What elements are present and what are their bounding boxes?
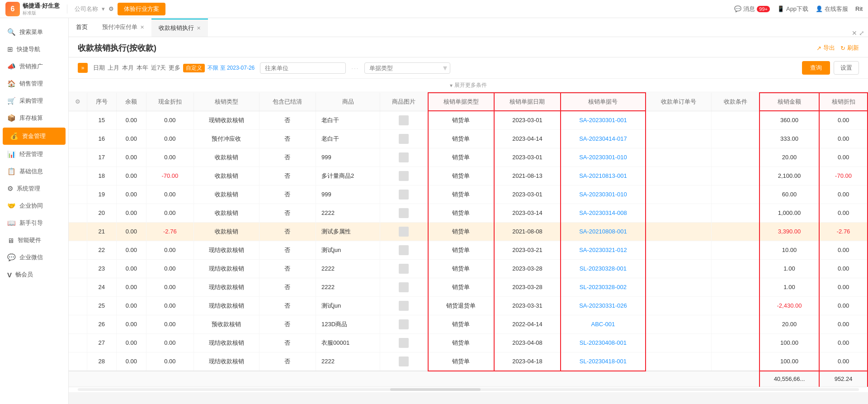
tab-close-icon[interactable]: ✕ <box>852 29 857 37</box>
cell-cash-discount: 0.00 <box>146 111 193 129</box>
cell-settings <box>69 278 87 296</box>
gear-icon[interactable]: ⚙ <box>108 5 114 12</box>
sidebar-item-operations[interactable]: 📊 经营管理 <box>0 146 68 163</box>
cell-receipt-condition <box>712 222 760 241</box>
filter-expand-arrow[interactable]: » <box>78 63 88 73</box>
sidebar-item-hardware[interactable]: 🖥 智能硬件 <box>0 232 68 249</box>
tab-close-collection[interactable]: ✕ <box>197 25 201 31</box>
sidebar-item-marketing[interactable]: 📣 营销推广 <box>0 58 68 75</box>
expand-more-bar[interactable]: ▾ 展开更多条件 <box>69 79 868 92</box>
settings-btn[interactable]: 设置 <box>834 61 859 75</box>
tab-close-prepay[interactable]: ✕ <box>140 24 144 30</box>
last-month-link[interactable]: 上月 <box>108 64 119 72</box>
company-name: 公司名称 <box>75 5 98 13</box>
cell-cancel-bill-no[interactable]: ABC-001 <box>561 315 646 333</box>
cell-settings <box>69 333 87 352</box>
box-icon: 📦 <box>7 114 16 122</box>
cell-cancel-bill-no[interactable]: SA-20210808-001 <box>561 222 646 241</box>
monitor-icon: 🖥 <box>7 237 14 244</box>
query-btn[interactable]: 查询 <box>802 61 830 75</box>
col-cancel-bill-date: 核销单据日期 <box>494 93 560 111</box>
sidebar-item-purchase[interactable]: 🛒 采购管理 <box>0 92 68 109</box>
dropdown-arrow-icon[interactable]: ▾ <box>102 5 105 12</box>
custom-btn[interactable]: 自定义 <box>183 64 205 72</box>
cell-cancel-bill-no[interactable]: SA-20210813-001 <box>561 166 646 185</box>
this-month-link[interactable]: 本月 <box>122 64 134 72</box>
cell-receipt-order-no <box>646 352 712 371</box>
sidebar-item-quick[interactable]: ⊞ 快捷导航 <box>0 41 68 58</box>
cell-receipt-order-no <box>646 259 712 278</box>
table-row: 16 0.00 0.00 预付冲应收 否 老白干 销货单 2023-04-14 … <box>69 129 868 148</box>
cell-include-settled: 否 <box>259 241 316 259</box>
cell-no: 21 <box>87 222 117 241</box>
cell-receipt-condition <box>712 129 760 148</box>
cell-cancel-type: 现结收款核销 <box>193 241 259 259</box>
sidebar-item-member[interactable]: V 畅会员 <box>0 266 68 283</box>
cell-cancel-bill-type: 销货单 <box>428 278 494 296</box>
refresh-icon: ↻ <box>840 45 845 52</box>
app-download[interactable]: 📱 App下载 <box>777 5 808 13</box>
cell-product-image <box>380 315 428 333</box>
tab-expand-icon[interactable]: ⤢ <box>859 29 864 37</box>
more-link[interactable]: 更多 <box>169 64 180 72</box>
cell-cancel-bill-no[interactable]: SA-20230321-012 <box>561 241 646 259</box>
cell-receipt-order-no <box>646 166 712 185</box>
cell-cancel-bill-no[interactable]: SL-20230408-001 <box>561 333 646 352</box>
partner-more-icon[interactable]: ··· <box>351 65 359 71</box>
sidebar-item-search[interactable]: 🔍 搜索菜单 <box>0 24 68 41</box>
cell-cancel-bill-no[interactable]: SA-20230301-001 <box>561 111 646 129</box>
cell-balance: 0.00 <box>117 315 146 333</box>
cell-cash-discount: 0.00 <box>146 129 193 148</box>
partner-input[interactable] <box>260 62 346 74</box>
tab-prepay[interactable]: 预付冲应付单 ✕ <box>95 19 151 37</box>
cell-receipt-condition <box>712 241 760 259</box>
message-icon[interactable]: 💬 消息 99+ <box>734 5 770 13</box>
sidebar-item-enterprise[interactable]: 🤝 企业协同 <box>0 197 68 214</box>
cell-product-image <box>380 296 428 315</box>
scrollbar[interactable] <box>69 387 868 392</box>
industry-btn[interactable]: 体验行业方案 <box>118 3 165 15</box>
cell-settings <box>69 204 87 222</box>
sidebar-item-sales[interactable]: 🏠 销售管理 <box>0 75 68 92</box>
cell-product: 测试多属性 <box>316 222 380 241</box>
marketing-icon: 📣 <box>7 62 16 71</box>
cell-balance: 0.00 <box>117 129 146 148</box>
cell-product: 123D商品 <box>316 315 380 333</box>
cell-cancel-bill-no[interactable]: SA-20230331-026 <box>561 296 646 315</box>
cell-cancel-type: 现结收款核销 <box>193 278 259 296</box>
cell-receipt-condition <box>712 259 760 278</box>
cell-cancel-bill-no[interactable]: SA-20230414-017 <box>561 129 646 148</box>
sidebar-item-finance[interactable]: 💰 资金管理 <box>3 128 66 145</box>
tab-home[interactable]: 首页 <box>69 19 95 37</box>
sidebar-item-basic[interactable]: 📋 基础信息 <box>0 163 68 180</box>
sidebar-item-inventory[interactable]: 📦 库存核算 <box>0 109 68 127</box>
sidebar-item-system[interactable]: ⚙ 系统管理 <box>0 180 68 197</box>
refresh-btn[interactable]: ↻ 刷新 <box>840 44 859 52</box>
receipt-type-input[interactable] <box>364 62 450 74</box>
column-settings-icon[interactable]: ⚙ <box>75 98 80 105</box>
cell-cancel-bill-no[interactable]: SA-20230301-010 <box>561 185 646 204</box>
cell-cancel-type: 现结收款核销 <box>193 333 259 352</box>
table-row: 24 0.00 0.00 现结收款核销 否 2222 销货单 2023-03-2… <box>69 278 868 296</box>
cell-cancel-bill-no[interactable]: SA-20230301-010 <box>561 148 646 166</box>
cell-balance: 0.00 <box>117 148 146 166</box>
cell-no: 25 <box>87 296 117 315</box>
cell-cancel-bill-no[interactable]: SL-20230328-002 <box>561 278 646 296</box>
col-settings[interactable]: ⚙ <box>69 93 87 111</box>
cell-cancel-bill-no[interactable]: SA-20230314-008 <box>561 204 646 222</box>
export-btn[interactable]: ↗ 导出 <box>816 44 835 52</box>
cell-cash-discount: 0.00 <box>146 241 193 259</box>
last7-link[interactable]: 近7天 <box>151 64 166 72</box>
cell-include-settled: 否 <box>259 222 316 241</box>
sidebar-item-wechat[interactable]: 💬 企业微信 <box>0 249 68 266</box>
this-year-link[interactable]: 本年 <box>137 64 148 72</box>
cell-cancel-bill-no[interactable]: SL-20230418-001 <box>561 352 646 371</box>
tabs-actions: ✕ ⤢ <box>852 29 868 37</box>
cell-cancel-bill-no[interactable]: SL-20230328-001 <box>561 259 646 278</box>
online-service[interactable]: 👤 在线客服 <box>816 5 848 13</box>
scrollbar-thumb[interactable] <box>390 388 481 391</box>
cell-receipt-condition <box>712 315 760 333</box>
tab-collection[interactable]: 收款核销执行 ✕ <box>151 19 208 37</box>
sidebar-item-guide[interactable]: 📖 新手引导 <box>0 214 68 232</box>
page-title: 收款核销执行(按收款) <box>78 43 156 53</box>
